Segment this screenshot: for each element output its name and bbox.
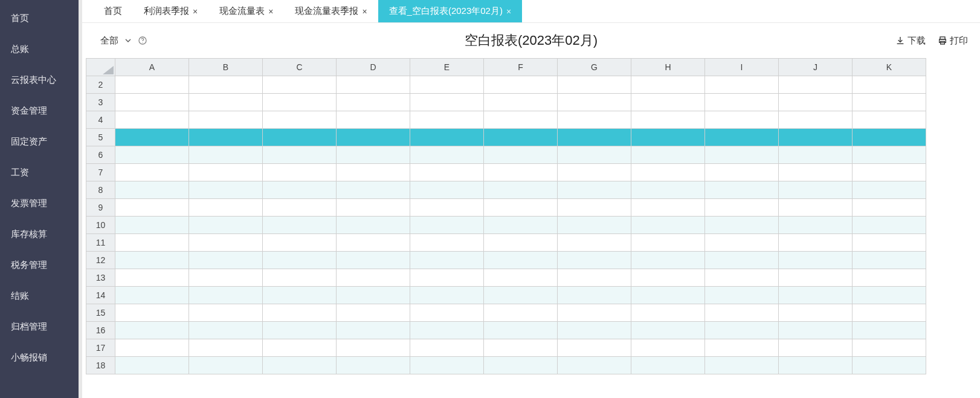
cell-J9[interactable] xyxy=(779,199,853,217)
cell-G10[interactable] xyxy=(558,217,631,234)
cell-H5[interactable] xyxy=(631,129,705,146)
cell-D8[interactable] xyxy=(337,181,410,199)
cell-I5[interactable] xyxy=(705,129,779,146)
cell-I11[interactable] xyxy=(705,234,779,252)
sheet-corner[interactable] xyxy=(86,59,115,76)
cell-K18[interactable] xyxy=(853,357,926,374)
cell-A3[interactable] xyxy=(115,94,189,111)
cell-E15[interactable] xyxy=(410,304,484,322)
cell-H18[interactable] xyxy=(631,357,705,374)
cell-H15[interactable] xyxy=(631,304,705,322)
cell-C9[interactable] xyxy=(263,199,337,217)
tab-0[interactable]: 首页 xyxy=(93,0,133,22)
cell-G8[interactable] xyxy=(558,181,631,199)
cell-D7[interactable] xyxy=(337,164,410,181)
cell-E16[interactable] xyxy=(410,322,484,339)
cell-I8[interactable] xyxy=(705,181,779,199)
cell-F2[interactable] xyxy=(484,76,558,94)
cell-A6[interactable] xyxy=(115,146,189,164)
row-header-13[interactable]: 13 xyxy=(86,269,115,287)
cell-J8[interactable] xyxy=(779,181,853,199)
spreadsheet[interactable]: ABCDEFGHIJK23456789101112131415161718 xyxy=(82,58,980,398)
cell-C13[interactable] xyxy=(263,269,337,287)
cell-H12[interactable] xyxy=(631,252,705,269)
cell-F5[interactable] xyxy=(484,129,558,146)
close-icon[interactable]: × xyxy=(193,7,198,16)
cell-D6[interactable] xyxy=(337,146,410,164)
column-header-B[interactable]: B xyxy=(189,59,263,76)
cell-H6[interactable] xyxy=(631,146,705,164)
row-header-11[interactable]: 11 xyxy=(86,234,115,252)
cell-J17[interactable] xyxy=(779,339,853,357)
tab-4[interactable]: 查看_空白报表(2023年02月)× xyxy=(378,0,523,22)
print-button[interactable]: 打印 xyxy=(938,35,968,47)
cell-E7[interactable] xyxy=(410,164,484,181)
cell-J16[interactable] xyxy=(779,322,853,339)
row-header-9[interactable]: 9 xyxy=(86,199,115,217)
cell-B16[interactable] xyxy=(189,322,263,339)
cell-G15[interactable] xyxy=(558,304,631,322)
cell-E10[interactable] xyxy=(410,217,484,234)
cell-C10[interactable] xyxy=(263,217,337,234)
cell-G6[interactable] xyxy=(558,146,631,164)
cell-A4[interactable] xyxy=(115,111,189,129)
cell-J11[interactable] xyxy=(779,234,853,252)
cell-A10[interactable] xyxy=(115,217,189,234)
cell-D18[interactable] xyxy=(337,357,410,374)
cell-K15[interactable] xyxy=(853,304,926,322)
column-header-F[interactable]: F xyxy=(484,59,558,76)
cell-H4[interactable] xyxy=(631,111,705,129)
cell-B17[interactable] xyxy=(189,339,263,357)
cell-E8[interactable] xyxy=(410,181,484,199)
cell-A14[interactable] xyxy=(115,287,189,304)
cell-D15[interactable] xyxy=(337,304,410,322)
cell-D16[interactable] xyxy=(337,322,410,339)
cell-K13[interactable] xyxy=(853,269,926,287)
cell-K11[interactable] xyxy=(853,234,926,252)
cell-H11[interactable] xyxy=(631,234,705,252)
cell-G7[interactable] xyxy=(558,164,631,181)
cell-K2[interactable] xyxy=(853,76,926,94)
column-header-K[interactable]: K xyxy=(853,59,926,76)
cell-G11[interactable] xyxy=(558,234,631,252)
cell-D5[interactable] xyxy=(337,129,410,146)
cell-G2[interactable] xyxy=(558,76,631,94)
cell-F8[interactable] xyxy=(484,181,558,199)
cell-K14[interactable] xyxy=(853,287,926,304)
cell-K9[interactable] xyxy=(853,199,926,217)
cell-C8[interactable] xyxy=(263,181,337,199)
cell-E2[interactable] xyxy=(410,76,484,94)
cell-E17[interactable] xyxy=(410,339,484,357)
close-icon[interactable]: × xyxy=(506,7,511,16)
cell-B13[interactable] xyxy=(189,269,263,287)
cell-I7[interactable] xyxy=(705,164,779,181)
cell-E14[interactable] xyxy=(410,287,484,304)
cell-F17[interactable] xyxy=(484,339,558,357)
cell-A8[interactable] xyxy=(115,181,189,199)
row-header-6[interactable]: 6 xyxy=(86,146,115,164)
cell-E5[interactable] xyxy=(410,129,484,146)
cell-B11[interactable] xyxy=(189,234,263,252)
cell-K4[interactable] xyxy=(853,111,926,129)
sidebar-item-3[interactable]: 资金管理 xyxy=(0,96,79,126)
cell-C3[interactable] xyxy=(263,94,337,111)
cell-I4[interactable] xyxy=(705,111,779,129)
cell-H8[interactable] xyxy=(631,181,705,199)
cell-I6[interactable] xyxy=(705,146,779,164)
cell-C18[interactable] xyxy=(263,357,337,374)
row-header-18[interactable]: 18 xyxy=(86,357,115,374)
cell-G5[interactable] xyxy=(558,129,631,146)
row-header-17[interactable]: 17 xyxy=(86,339,115,357)
cell-K6[interactable] xyxy=(853,146,926,164)
tab-1[interactable]: 利润表季报× xyxy=(133,0,208,22)
cell-E9[interactable] xyxy=(410,199,484,217)
cell-A15[interactable] xyxy=(115,304,189,322)
cell-G4[interactable] xyxy=(558,111,631,129)
cell-I14[interactable] xyxy=(705,287,779,304)
cell-I2[interactable] xyxy=(705,76,779,94)
cell-D2[interactable] xyxy=(337,76,410,94)
cell-K16[interactable] xyxy=(853,322,926,339)
cell-J13[interactable] xyxy=(779,269,853,287)
cell-B4[interactable] xyxy=(189,111,263,129)
column-header-G[interactable]: G xyxy=(558,59,631,76)
